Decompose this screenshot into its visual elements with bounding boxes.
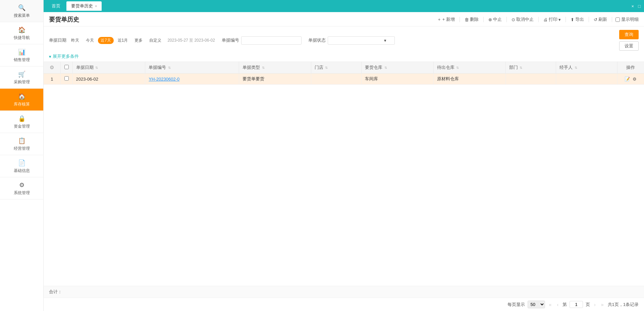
main-area: 首页 要货单历史 × × □ 要货单历史 ＋ + 新增 🗑 删除 bbox=[44, 0, 644, 311]
doc-no-input[interactable] bbox=[241, 36, 302, 45]
col-ops: 操作 bbox=[617, 62, 644, 74]
sidebar-item-basic-info[interactable]: 📄 基础信息 bbox=[0, 155, 43, 177]
suspend-button[interactable]: ⊗ 中止 bbox=[487, 16, 503, 23]
sidebar-item-operations[interactable]: 📋 经营管理 bbox=[0, 133, 43, 155]
export-icon: ⬆ bbox=[571, 17, 574, 22]
sidebar-item-purchase[interactable]: 🛒 采购管理 bbox=[0, 66, 43, 89]
col-store: 门店 ⇅ bbox=[311, 62, 361, 74]
sidebar-item-quick-nav[interactable]: 🏠 快捷导航 bbox=[0, 22, 43, 44]
inventory-icon: 🏠 bbox=[18, 93, 25, 100]
sidebar-item-inventory[interactable]: 🏠 库存核算 bbox=[0, 89, 43, 111]
sidebar-item-search-menu[interactable]: 🔍 搜索菜单 bbox=[0, 0, 43, 22]
new-button[interactable]: ＋ + 新增 bbox=[436, 16, 456, 23]
sort-store-icon[interactable]: ⇅ bbox=[325, 66, 328, 70]
status-dropdown-icon: ▾ bbox=[384, 38, 386, 43]
status-label: 单据状态 bbox=[308, 37, 326, 43]
basic-info-icon: 📄 bbox=[18, 159, 25, 167]
table-section: ⚙ 单据日期 ⇅ 单据编号 ⇅ bbox=[44, 62, 644, 286]
check-all-checkbox[interactable] bbox=[64, 65, 69, 69]
window-maximize-btn[interactable]: □ bbox=[638, 4, 641, 9]
table-row: 1 2023-06-02 YH-20230602-0 要货单要货 bbox=[44, 74, 644, 85]
table-footer: 合计： bbox=[44, 286, 644, 298]
doc-no-link[interactable]: YH-20230602-0 bbox=[149, 77, 179, 82]
date-range-display: 2023-05-27 至 2023-06-02 bbox=[167, 38, 215, 43]
near7days-btn[interactable]: 近7天 bbox=[98, 37, 114, 44]
delete-button[interactable]: 🗑 删除 bbox=[463, 16, 480, 23]
cell-store bbox=[311, 74, 361, 85]
prev-page-btn[interactable]: ‹ bbox=[555, 301, 560, 308]
yesterday-btn[interactable]: 昨天 bbox=[68, 37, 82, 44]
search-menu-icon: 🔍 bbox=[18, 4, 25, 11]
near1month-btn[interactable]: 近1月 bbox=[115, 37, 131, 44]
more-btn[interactable]: 更多 bbox=[132, 37, 145, 44]
sort-handler-icon[interactable]: ⇅ bbox=[575, 66, 577, 70]
display-detail-checkbox[interactable] bbox=[615, 17, 620, 22]
page-content: 要货单历史 ＋ + 新增 🗑 删除 ⊗ 中止 ⊙ bbox=[44, 12, 644, 311]
date-filter-label: 单据日期 bbox=[49, 37, 66, 43]
sort-doc-no-icon[interactable]: ⇅ bbox=[168, 66, 171, 70]
print-icon: 🖨 bbox=[543, 17, 548, 22]
print-button[interactable]: 🖨 打印 ▾ bbox=[542, 16, 562, 23]
col-handler: 经手人 ⇅ bbox=[556, 62, 617, 74]
display-detail-toggle[interactable]: 显示明细 bbox=[615, 16, 639, 23]
expand-more-conditions[interactable]: ▾ 展开更多条件 bbox=[49, 53, 639, 59]
divider-3 bbox=[506, 17, 507, 22]
today-btn[interactable]: 今天 bbox=[83, 37, 97, 44]
sort-doc-date-icon[interactable]: ⇅ bbox=[95, 66, 98, 70]
sidebar-item-finance[interactable]: 🔒 资金管理 bbox=[0, 111, 43, 133]
table-header-row: ⚙ 单据日期 ⇅ 单据编号 ⇅ bbox=[44, 62, 644, 74]
filter-row-1: 单据日期 昨天 今天 近7天 近1月 更多 自定义 2023-05-27 至 2… bbox=[49, 30, 639, 51]
pagination-bar: 每页显示 50 100 200 « ‹ 第 页 › » 共1页，1条记录 bbox=[44, 298, 644, 311]
query-button[interactable]: 查询 bbox=[619, 30, 639, 39]
col-dept: 部门 ⇅ bbox=[505, 62, 556, 74]
status-select[interactable]: ▾ bbox=[328, 36, 395, 45]
operations-icon: 📋 bbox=[18, 137, 25, 144]
window-close-btn[interactable]: × bbox=[632, 4, 634, 9]
divider-1 bbox=[460, 17, 460, 22]
export-button[interactable]: ⬆ 导出 bbox=[569, 16, 585, 23]
header-settings-icon[interactable]: ⚙ bbox=[50, 64, 54, 70]
toolbar: ＋ + 新增 🗑 删除 ⊗ 中止 ⊙ 取消中止 bbox=[436, 16, 639, 23]
sidebar: 🔍 搜索菜单 🏠 快捷导航 📊 销售管理 🛒 采购管理 🏠 库存核算 🔒 资金管… bbox=[0, 0, 44, 311]
new-icon: ＋ bbox=[437, 16, 441, 23]
cell-doc-no[interactable]: YH-20230602-0 bbox=[145, 74, 239, 85]
page-number-input[interactable] bbox=[570, 301, 583, 308]
row-checkbox[interactable] bbox=[64, 76, 69, 81]
divider-2 bbox=[483, 17, 484, 22]
sidebar-item-system[interactable]: ⚙ 系统管理 bbox=[0, 177, 43, 199]
cell-index: 1 bbox=[44, 74, 60, 85]
refresh-button[interactable]: ↺ 刷新 bbox=[592, 16, 608, 23]
col-doc-no: 单据编号 ⇅ bbox=[145, 62, 239, 74]
last-page-btn[interactable]: » bbox=[600, 301, 605, 308]
sort-req-wh-icon[interactable]: ⇅ bbox=[384, 66, 387, 70]
sidebar-item-sales[interactable]: 📊 销售管理 bbox=[0, 44, 43, 66]
col-check-header bbox=[60, 62, 72, 74]
sales-icon: 📊 bbox=[18, 48, 25, 56]
cancel-suspend-button[interactable]: ⊙ 取消中止 bbox=[510, 16, 535, 23]
purchase-icon: 🛒 bbox=[18, 71, 25, 78]
next-page-btn[interactable]: › bbox=[593, 301, 597, 308]
finance-icon: 🔒 bbox=[18, 115, 25, 122]
first-page-btn[interactable]: « bbox=[548, 301, 553, 308]
per-page-label: 每页显示 bbox=[507, 302, 525, 308]
status-filter-item: 单据状态 ▾ bbox=[308, 36, 395, 45]
sort-pending-wh-icon[interactable]: ⇅ bbox=[456, 66, 459, 70]
custom-btn[interactable]: 自定义 bbox=[147, 37, 164, 44]
tab-bar: 首页 要货单历史 × × □ bbox=[44, 0, 644, 12]
cell-doc-date: 2023-06-02 bbox=[72, 74, 145, 85]
sort-dept-icon[interactable]: ⇅ bbox=[520, 66, 522, 70]
per-page-select[interactable]: 50 100 200 bbox=[528, 301, 545, 308]
row-edit-btn[interactable]: 📝 bbox=[625, 77, 630, 82]
row-detail-btn[interactable]: ⚙ bbox=[633, 77, 637, 82]
tab-close-icon[interactable]: × bbox=[95, 1, 97, 11]
settings-button[interactable]: 设置 bbox=[619, 41, 639, 51]
system-icon: ⚙ bbox=[19, 181, 24, 189]
cell-ops: 📝 ⚙ bbox=[617, 74, 644, 85]
tab-home[interactable]: 首页 bbox=[47, 1, 65, 11]
col-pending-warehouse: 待出仓库 ⇅ bbox=[433, 62, 505, 74]
doc-no-filter-item: 单据编号 bbox=[222, 36, 302, 45]
cell-doc-type: 要货单要货 bbox=[239, 74, 311, 85]
sort-doc-type-icon[interactable]: ⇅ bbox=[262, 66, 265, 70]
tab-yh-history[interactable]: 要货单历史 × bbox=[66, 1, 102, 11]
page-of-label: 页 bbox=[586, 302, 590, 308]
